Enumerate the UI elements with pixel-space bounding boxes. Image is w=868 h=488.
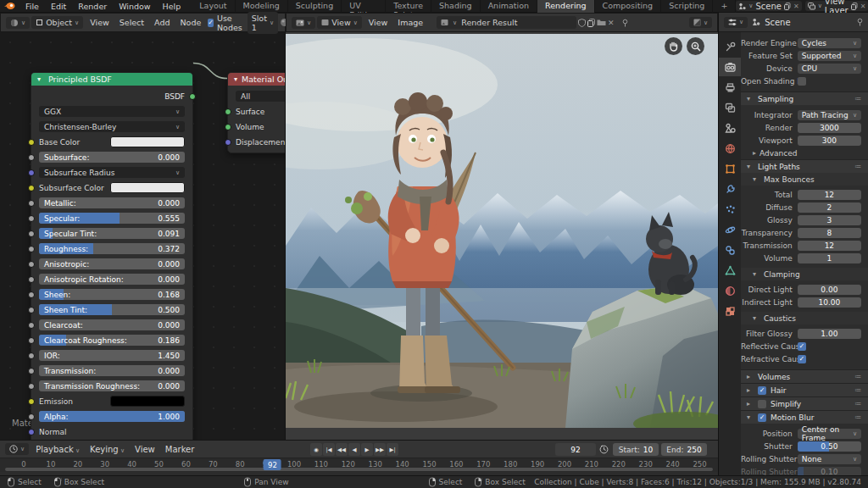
number-field[interactable]: 12 (798, 241, 861, 251)
panel-header-clamping[interactable]: ▾Clamping (741, 268, 868, 280)
output-row-volume[interactable]: Volume (236, 121, 286, 132)
panel-header-advanced[interactable]: ▸Advanced (741, 147, 868, 159)
dropdown-rolling-shutter[interactable]: None∨ (798, 454, 861, 464)
blender-logo-icon[interactable] (0, 2, 19, 10)
jump-to-end-button[interactable]: ▶| (387, 443, 398, 456)
checkbox-refractive-caustics[interactable]: ✓ (798, 355, 806, 363)
bsdf-row-normal[interactable]: Normal (39, 426, 185, 437)
properties-pin-icon[interactable] (856, 18, 864, 26)
panel-header-volumes[interactable]: ▸Volumes≔ (741, 369, 868, 383)
slider-field[interactable]: 0.10 (798, 467, 861, 476)
number-field[interactable]: 10.00 (798, 297, 861, 308)
number-field[interactable]: 12 (798, 190, 861, 200)
number-field[interactable]: 300 (798, 136, 861, 146)
material-output-node[interactable]: ▾ Material Output All SurfaceVolumeDispl… (227, 72, 286, 153)
bsdf-row-specular[interactable]: Specular:0.555 (39, 213, 185, 224)
timeline-scrollbar[interactable] (5, 468, 713, 471)
panel-header-sampling[interactable]: ▾Sampling≔ (741, 92, 868, 105)
workspace-tab-modeling[interactable]: Modeling (236, 0, 288, 13)
dropdown-render-engine[interactable]: Cycles∨ (798, 38, 861, 48)
view-layer-selector[interactable]: ∨ View Layer ✕ (805, 1, 868, 11)
bsdf-row-ior[interactable]: IOR:1.450 (39, 350, 185, 361)
panel-header-light-paths[interactable]: ▾Light Paths≔ (741, 159, 868, 173)
number-field[interactable]: 3000 (798, 123, 861, 133)
workspace-tab-layout[interactable]: Layout (192, 0, 235, 13)
current-frame-field[interactable]: 92 (555, 443, 596, 456)
slider-transmission-roughness[interactable]: Transmission Roughness:0.000 (39, 380, 185, 391)
timeline-ruler[interactable]: 92 0102030405060708090100110120130140150… (0, 458, 718, 472)
add-workspace-button[interactable]: + (713, 0, 736, 13)
color-swatch[interactable] (110, 136, 185, 147)
image-menu-view[interactable]: View (364, 16, 393, 29)
slider-anisotropic-rotation[interactable]: Anisotropic Rotation:0.000 (39, 274, 185, 285)
workspace-tab-rendering[interactable]: Rendering (537, 0, 595, 13)
properties-tab-texture[interactable] (719, 302, 741, 320)
properties-tab-tool[interactable] (719, 37, 741, 56)
input-socket[interactable] (28, 276, 35, 283)
bsdf-row-subsurface[interactable]: Subsurface:0.000 (39, 152, 185, 163)
number-field[interactable]: 8 (798, 228, 861, 238)
slider-clearcoat-roughness[interactable]: Clearcoat Roughness:0.186 (39, 335, 185, 346)
editor-type-image-button[interactable]: ∨ (292, 17, 315, 29)
dropdown-christensen-burley[interactable]: Christensen-Burley∨ (39, 121, 185, 132)
panel-header-max-bounces[interactable]: ▾Max Bounces (741, 173, 868, 186)
fake-user-icon[interactable] (578, 19, 586, 27)
current-frame-indicator[interactable]: 92 (264, 459, 281, 470)
autokey-button[interactable]: ◉ (310, 443, 322, 456)
object-mode-select[interactable]: Object∨ (31, 16, 83, 29)
dropdown-subsurface-radius[interactable]: Subsurface Radius∨ (39, 167, 185, 178)
shader-menu-select[interactable]: Select (114, 16, 149, 29)
panel-header-hair[interactable]: ▸✓Hair≔ (741, 383, 868, 396)
checkbox-reflective-caustics[interactable]: ✓ (798, 342, 806, 351)
color-swatch[interactable] (110, 182, 185, 193)
material-output-node-header[interactable]: ▾ Material Output (228, 73, 286, 86)
slider-specular-tint[interactable]: Specular Tint:0.091 (39, 228, 185, 239)
input-socket[interactable] (28, 337, 35, 344)
shader-editor[interactable]: Material ▾ Principled BSDF BSDF GGX∨Chri… (0, 32, 286, 440)
slider-subsurface[interactable]: Subsurface:0.000 (39, 152, 185, 163)
dropdown-integrator[interactable]: Path Tracing∨ (798, 110, 861, 120)
workspace-tab-sculpting[interactable]: Sculpting (288, 0, 342, 13)
properties-content[interactable]: Render EngineCycles∨Feature SetSupported… (741, 32, 868, 475)
timeline-menu-marker[interactable]: Marker (160, 443, 200, 456)
slider-anisotropic[interactable]: Anisotropic:0.000 (39, 258, 185, 269)
input-socket[interactable] (28, 429, 35, 435)
dropdown-ggx[interactable]: GGX∨ (39, 106, 185, 117)
image-datablock-select[interactable]: ∨ Render Result (437, 16, 576, 29)
editor-type-properties-button[interactable]: ∨ (724, 17, 748, 28)
jump-to-start-button[interactable]: |◀ (323, 443, 335, 456)
scene-selector[interactable]: ∨ Scene ✕ (736, 1, 801, 11)
color-swatch[interactable] (110, 396, 185, 407)
checkbox-simplify[interactable] (758, 400, 766, 408)
input-socket[interactable] (28, 352, 35, 359)
properties-tab-object-data[interactable] (719, 261, 741, 280)
properties-tab-render[interactable] (719, 58, 741, 76)
workspace-tab-scripting[interactable]: Scripting (661, 0, 713, 13)
bsdf-row-specular-tint[interactable]: Specular Tint:0.091 (39, 228, 185, 239)
input-socket[interactable] (28, 307, 35, 313)
use-preview-range-icon[interactable] (599, 445, 609, 454)
unlink-scene-icon[interactable]: ✕ (793, 3, 799, 10)
workspace-tab-uv-editing[interactable]: UV Editing (342, 0, 386, 13)
bsdf-output-row[interactable]: BSDF (39, 91, 185, 102)
dropdown-feature-set[interactable]: Supported∨ (798, 51, 861, 61)
slider-roughness[interactable]: Roughness:0.372 (39, 243, 185, 254)
bsdf-row-transmission-roughness[interactable]: Transmission Roughness:0.000 (39, 380, 185, 391)
menu-edit[interactable]: Edit (45, 2, 72, 11)
image-menu-image[interactable]: Image (392, 16, 428, 29)
output-row-displacement[interactable]: Displacement (236, 136, 286, 147)
bsdf-output-socket[interactable] (189, 93, 196, 100)
workspace-tab-shading[interactable]: Shading (431, 0, 481, 13)
number-field[interactable]: 1 (798, 253, 861, 263)
bsdf-row-emission[interactable]: Emission (39, 396, 185, 407)
number-field[interactable]: 2 (798, 202, 861, 213)
open-image-icon[interactable] (597, 19, 606, 26)
shader-menu-view[interactable]: View (85, 16, 114, 29)
menu-help[interactable]: Help (157, 2, 187, 11)
slider-clearcoat[interactable]: Clearcoat:0.000 (39, 319, 185, 330)
input-socket[interactable] (28, 185, 35, 191)
next-keyframe-button[interactable]: ▶▶ (374, 443, 386, 456)
workspace-tab-animation[interactable]: Animation (481, 0, 537, 13)
slot-select[interactable]: Slot 1∨ (248, 12, 278, 34)
bsdf-row-subsurface-radius[interactable]: Subsurface Radius∨ (39, 167, 185, 178)
